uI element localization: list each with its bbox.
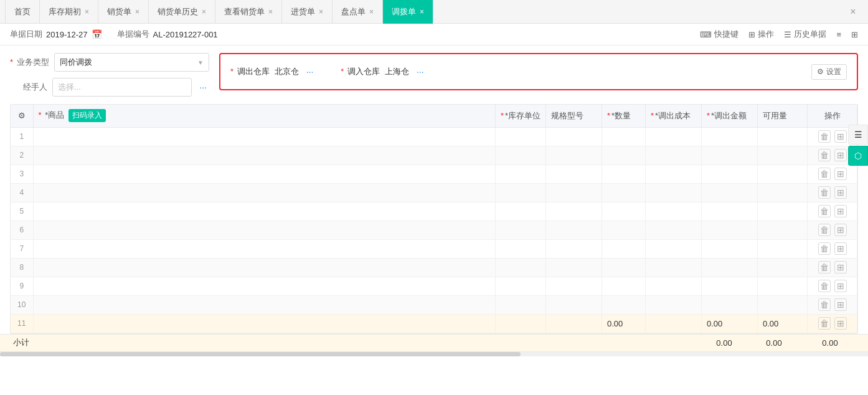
row-cost[interactable] [646, 239, 702, 258]
row-cost[interactable] [646, 221, 702, 239]
delete-row-icon[interactable]: 🗑 [818, 224, 831, 236]
transfer-in-more-button[interactable]: ··· [414, 67, 427, 77]
row-unit[interactable] [495, 295, 545, 314]
tab-inventory[interactable]: 盘点单 × [333, 0, 383, 24]
row-spec[interactable] [546, 239, 602, 258]
row-unit[interactable] [495, 127, 545, 146]
row-unit[interactable] [495, 239, 545, 258]
row-cost[interactable] [646, 127, 702, 146]
row-cost[interactable] [646, 183, 702, 202]
col-gear[interactable]: ⚙ [11, 105, 33, 127]
delete-row-icon[interactable]: 🗑 [818, 298, 831, 311]
row-amount[interactable] [702, 239, 758, 258]
row-cost[interactable] [646, 258, 702, 277]
row-amount[interactable] [702, 202, 758, 221]
row-unit[interactable] [495, 164, 545, 183]
tab-purchase[interactable]: 进货单 × [282, 0, 333, 24]
row-amount[interactable] [702, 164, 758, 183]
tab-purchase-close[interactable]: × [319, 7, 323, 16]
row-spec[interactable] [546, 164, 602, 183]
view-toggle-list[interactable]: ≡ [836, 30, 841, 39]
history-button[interactable]: ☰ 历史单据 [784, 29, 826, 40]
copy-row-icon[interactable]: ⊞ [834, 186, 847, 199]
row-spec[interactable] [546, 221, 602, 239]
delete-row-icon[interactable]: 🗑 [818, 168, 831, 180]
row-unit[interactable] [495, 277, 545, 295]
copy-row-icon[interactable]: ⊞ [834, 168, 847, 180]
row-product[interactable] [33, 164, 495, 183]
tab-inventory-init-close[interactable]: × [85, 7, 89, 16]
row-qty[interactable] [602, 239, 646, 258]
tab-sales-order-close[interactable]: × [135, 7, 139, 16]
tab-sales-order[interactable]: 销货单 × [98, 0, 149, 24]
delete-row-icon[interactable]: 🗑 [818, 205, 831, 217]
row-product[interactable] [33, 239, 495, 258]
row-spec[interactable] [546, 146, 602, 164]
row-product[interactable] [33, 295, 495, 314]
operation-button[interactable]: ⊞ 操作 [748, 29, 774, 40]
person-input[interactable]: 选择... [52, 78, 192, 97]
row-spec[interactable] [546, 258, 602, 277]
row-qty[interactable] [602, 277, 646, 295]
delete-row-icon[interactable]: 🗑 [818, 280, 831, 292]
row-qty[interactable] [602, 164, 646, 183]
row-qty[interactable] [602, 127, 646, 146]
row-product[interactable] [33, 258, 495, 277]
row-product[interactable] [33, 127, 495, 146]
delete-row-icon[interactable]: 🗑 [818, 130, 831, 143]
business-type-input[interactable]: 同价调拨 ▼ [54, 53, 209, 72]
sidebar-expand-icon[interactable]: ⬡ [848, 146, 868, 166]
date-value[interactable]: 2019-12-27 [46, 30, 88, 39]
gear-settings-icon[interactable]: ⚙ [18, 111, 26, 120]
copy-row-icon[interactable]: ⊞ [834, 261, 847, 274]
window-close-button[interactable]: × [843, 2, 863, 22]
tab-transfer-close[interactable]: × [420, 7, 424, 16]
row-amount[interactable] [702, 277, 758, 295]
tab-sales-history-close[interactable]: × [202, 7, 206, 16]
delete-row-icon[interactable]: 🗑 [818, 186, 831, 199]
row-cost[interactable] [646, 277, 702, 295]
settings-button[interactable]: ⚙ 设置 [811, 64, 847, 80]
row-qty[interactable] [602, 221, 646, 239]
view-toggle-grid[interactable]: ⊞ [851, 30, 858, 39]
sidebar-list-icon[interactable]: ☰ [848, 125, 868, 145]
row-product[interactable] [33, 146, 495, 164]
row-spec[interactable] [546, 295, 602, 314]
row-cost[interactable] [646, 202, 702, 221]
row-product[interactable] [33, 202, 495, 221]
row-amount[interactable] [702, 221, 758, 239]
calendar-icon[interactable]: 📅 [92, 29, 102, 39]
delete-row-icon[interactable]: 🗑 [818, 317, 831, 330]
row-spec[interactable] [546, 202, 602, 221]
row-product[interactable] [33, 277, 495, 295]
row-cost[interactable] [646, 146, 702, 164]
copy-row-icon[interactable]: ⊞ [834, 280, 847, 292]
copy-row-icon[interactable]: ⊞ [834, 130, 847, 143]
horizontal-scrollbar[interactable] [0, 351, 868, 356]
tab-home[interactable]: 首页 [5, 0, 40, 24]
copy-row-icon[interactable]: ⊞ [834, 242, 847, 255]
transfer-out-more-button[interactable]: ··· [304, 67, 316, 77]
shortcut-button[interactable]: ⌨ 快捷键 [700, 29, 738, 40]
row-spec[interactable] [546, 277, 602, 295]
row-qty[interactable] [602, 183, 646, 202]
row-cost[interactable] [646, 295, 702, 314]
copy-row-icon[interactable]: ⊞ [834, 149, 847, 161]
scan-button[interactable]: 扫码录入 [68, 109, 106, 122]
tab-sales-history[interactable]: 销货单历史 × [149, 0, 215, 24]
row-unit[interactable] [495, 258, 545, 277]
tab-inventory-close[interactable]: × [369, 7, 374, 16]
row-amount[interactable] [702, 183, 758, 202]
row-spec[interactable] [546, 183, 602, 202]
row-spec[interactable] [546, 127, 602, 146]
row-product[interactable] [33, 183, 495, 202]
tab-view-sales[interactable]: 查看销货单 × [215, 0, 282, 24]
row-unit[interactable] [495, 146, 545, 164]
row-amount[interactable] [702, 258, 758, 277]
copy-row-icon[interactable]: ⊞ [834, 224, 847, 236]
copy-row-icon[interactable]: ⊞ [834, 317, 847, 330]
tab-inventory-init[interactable]: 库存期初 × [40, 0, 98, 24]
copy-row-icon[interactable]: ⊞ [834, 205, 847, 217]
row-amount[interactable] [702, 295, 758, 314]
delete-row-icon[interactable]: 🗑 [818, 261, 831, 274]
